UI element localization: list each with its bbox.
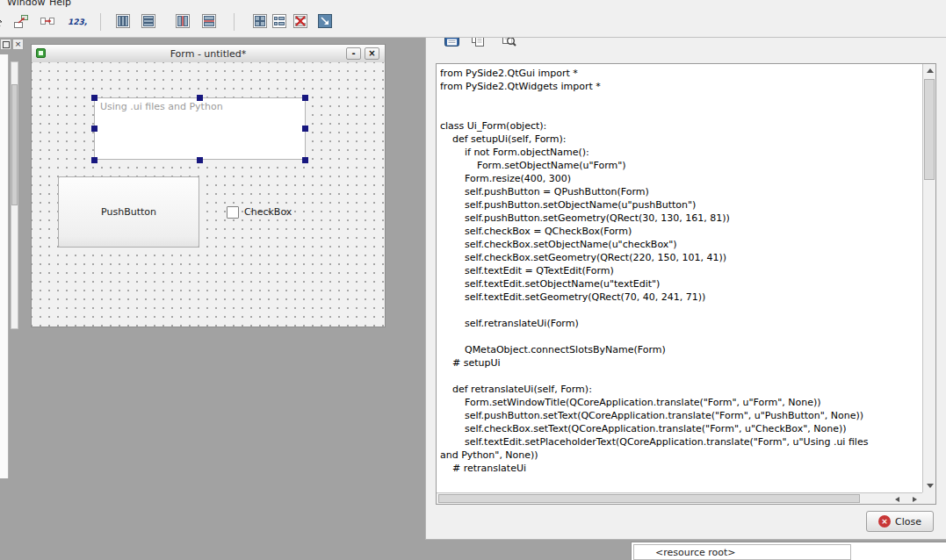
edit-signals-slots-button[interactable] [11, 11, 32, 32]
grid-layout-icon [253, 14, 267, 31]
qt-designer-window: Window Help 123, [0, 0, 946, 560]
menubar: Window Help [0, 0, 946, 8]
layout-form-button[interactable] [269, 11, 290, 32]
generated-code-text[interactable]: from PySide2.QtGui import * from PySide2… [440, 67, 921, 491]
dock-close-button[interactable]: × [12, 39, 24, 50]
close-window-button[interactable]: × [365, 47, 379, 60]
layout-splitter-vertical-button[interactable] [199, 11, 220, 32]
splitter-horizontal-icon [176, 14, 190, 31]
code-horizontal-scrollbar[interactable] [437, 492, 922, 504]
code-vertical-scrollbar[interactable] [922, 64, 935, 492]
resource-root-label: <resource root> [634, 547, 736, 558]
break-layout-button[interactable] [290, 11, 311, 32]
splitter-vertical-icon [202, 14, 216, 31]
menu-window[interactable]: Window [7, 0, 45, 8]
form-title: Form - untitled* [32, 48, 385, 60]
resource-root-item[interactable]: <resource root> [633, 544, 851, 560]
layout-horizontal-icon [116, 14, 130, 31]
scrollbar-thumb[interactable] [924, 79, 935, 180]
code-preview-dialog: from PySide2.QtGui import * from PySide2… [425, 16, 946, 540]
layout-grid-button[interactable] [249, 11, 271, 32]
designer-textedit-widget[interactable]: Using .ui files and Python [94, 97, 306, 160]
edit-buddies-button[interactable] [37, 11, 58, 32]
widget-box-scrollbar[interactable] [11, 61, 18, 329]
selection-handle[interactable] [302, 95, 308, 101]
scroll-down-icon[interactable] [927, 484, 934, 488]
adjust-size-icon [317, 13, 333, 32]
checkbox-indicator[interactable] [227, 206, 239, 219]
layout-splitter-horizontal-button[interactable] [172, 11, 193, 32]
selection-handle[interactable] [302, 126, 308, 132]
selection-handle[interactable] [302, 157, 308, 163]
selection-handle[interactable] [91, 157, 97, 163]
edit-widgets-button[interactable] [0, 11, 9, 32]
menu-help[interactable]: Help [49, 0, 71, 8]
selection-handle[interactable] [91, 95, 97, 101]
layout-vertical-button[interactable] [138, 11, 159, 32]
widget-box-panel-edge [0, 54, 9, 478]
close-button[interactable]: × Close [866, 511, 934, 532]
scroll-up-icon[interactable] [927, 68, 934, 73]
buddy-arrow-icon [40, 13, 55, 32]
layout-horizontal-button[interactable] [112, 11, 134, 32]
designer-checkbox-widget[interactable]: CheckBox [227, 194, 315, 230]
adjust-size-button[interactable] [314, 11, 336, 32]
pushbutton-label: PushButton [101, 206, 156, 218]
selection-handle[interactable] [197, 157, 203, 163]
code-view[interactable]: from PySide2.QtGui import * from PySide2… [436, 63, 936, 505]
selection-handle[interactable] [91, 126, 97, 132]
close-circle-icon: × [878, 515, 891, 528]
edit-tab-order-button[interactable]: 123, [67, 11, 88, 32]
main-toolbar: 123, [0, 8, 946, 38]
break-layout-icon [293, 14, 307, 31]
minimize-button[interactable]: - [346, 47, 361, 60]
form-canvas[interactable]: Using .ui files and Python PushButton Ch… [32, 62, 385, 327]
signal-slot-icon [13, 13, 29, 32]
scroll-right-icon[interactable] [913, 497, 917, 502]
form-titlebar[interactable]: Form - untitled* - × [32, 45, 385, 63]
designer-pushbutton-widget[interactable]: PushButton [58, 176, 199, 248]
close-button-label: Close [895, 516, 921, 528]
dock-close-icon: × [15, 40, 22, 48]
form-editor-window: Form - untitled* - × Using .ui files and… [31, 44, 386, 327]
layout-vertical-icon [141, 14, 155, 31]
scroll-left-icon[interactable] [895, 497, 899, 502]
resource-browser-panel: <resource root> [631, 542, 946, 560]
scrollbar-thumb[interactable] [11, 84, 18, 205]
selection-handle[interactable] [197, 95, 203, 101]
scrollbar-thumb[interactable] [438, 494, 860, 503]
toolbar-separator [100, 13, 101, 31]
toolbar-separator [234, 13, 235, 31]
checkbox-label: CheckBox [244, 206, 292, 218]
scrollbar-corner [922, 492, 935, 504]
form-layout-icon [272, 14, 286, 31]
dock-float-icon [3, 41, 10, 48]
dock-float-button[interactable] [0, 39, 11, 50]
cursor-icon [0, 14, 5, 31]
tab-order-icon: 123, [68, 18, 87, 26]
